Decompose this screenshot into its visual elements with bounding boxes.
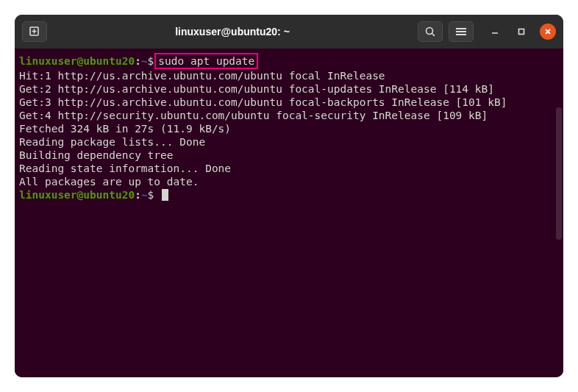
svg-rect-9	[519, 29, 524, 35]
command-highlight: sudo apt update	[154, 53, 258, 69]
prompt-line: linuxuser@ubuntu20:~$	[19, 188, 559, 202]
svg-line-4	[432, 34, 435, 37]
output-line: Reading state information... Done	[19, 162, 559, 175]
terminal-body[interactable]: linuxuser@ubuntu20:~$sudo apt update Hit…	[15, 49, 563, 377]
output-line: Hit:1 http://us.archive.ubuntu.com/ubunt…	[19, 69, 559, 82]
terminal-window: linuxuser@ubuntu20: ~	[15, 15, 563, 377]
prompt-path: ~	[141, 189, 148, 201]
maximize-button[interactable]	[513, 24, 529, 40]
scrollbar[interactable]	[556, 107, 562, 240]
output-line: Get:2 http://us.archive.ubuntu.com/ubunt…	[19, 82, 559, 96]
minimize-icon	[491, 28, 499, 35]
output-line: Fetched 324 kB in 27s (11.9 kB/s)	[19, 122, 559, 135]
window-title: linuxuser@ubuntu20: ~	[53, 26, 412, 38]
search-button[interactable]	[418, 21, 443, 42]
close-button[interactable]	[540, 24, 556, 40]
search-icon	[424, 26, 436, 38]
output-line: Get:3 http://us.archive.ubuntu.com/ubunt…	[19, 96, 559, 109]
command-line: linuxuser@ubuntu20:~$sudo apt update	[19, 53, 559, 69]
prompt-colon: :	[135, 55, 141, 67]
titlebar: linuxuser@ubuntu20: ~	[15, 15, 563, 49]
prompt-path: ~	[141, 55, 148, 67]
output-line: Reading package lists... Done	[19, 135, 559, 149]
hamburger-icon	[454, 26, 468, 37]
output-line: All packages are up to date.	[19, 175, 559, 188]
output-line: Building dependency tree	[19, 149, 559, 162]
prompt-user: linuxuser@ubuntu20	[19, 55, 135, 67]
menu-button[interactable]	[449, 21, 474, 42]
output-line: Get:4 http://security.ubuntu.com/ubuntu …	[19, 109, 559, 122]
cursor	[162, 189, 168, 201]
prompt-symbol: $	[148, 189, 154, 201]
close-icon	[544, 28, 552, 35]
new-tab-button[interactable]	[22, 21, 47, 42]
prompt-symbol: $	[148, 55, 154, 67]
minimize-button[interactable]	[487, 24, 503, 40]
svg-point-3	[427, 28, 433, 35]
prompt-colon: :	[135, 189, 141, 201]
command-text: sudo apt update	[158, 55, 254, 67]
prompt-user: linuxuser@ubuntu20	[19, 189, 135, 201]
maximize-icon	[518, 28, 525, 35]
new-tab-icon	[29, 26, 40, 38]
window-controls	[487, 24, 556, 40]
